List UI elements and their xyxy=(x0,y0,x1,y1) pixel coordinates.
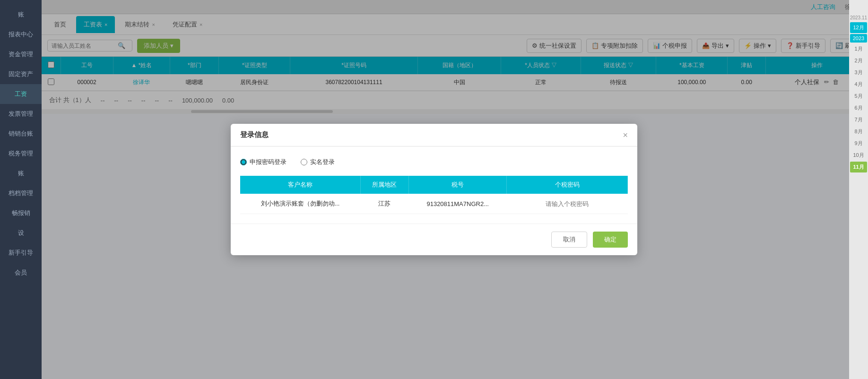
client-region: 江苏 xyxy=(360,194,409,214)
modal-col-region: 所属地区 xyxy=(360,176,409,194)
sidebar-item-settings[interactable]: 设 xyxy=(0,223,42,243)
calendar-month-jan[interactable]: 1月 xyxy=(850,43,867,54)
sidebar: 账 报表中心 资金管理 固定资产 工资 发票管理 销销台账 税务管理 账 档档管… xyxy=(0,0,42,379)
modal-table-row: 刘小艳演示账套（勿删勿动... 江苏 91320811MA7NGR2... xyxy=(240,194,628,214)
client-name: 刘小艳演示账套（勿删勿动... xyxy=(240,194,360,214)
calendar-month-oct[interactable]: 10月 xyxy=(850,150,867,161)
sidebar-item-member[interactable]: 会员 xyxy=(0,263,42,283)
sidebar-item-salary[interactable]: 工资 xyxy=(0,84,42,104)
sidebar-item-fund-management[interactable]: 资金管理 xyxy=(0,44,42,64)
modal-header: 登录信息 × xyxy=(231,124,637,146)
sidebar-item-sales-ledger[interactable]: 销销台账 xyxy=(0,124,42,144)
calendar-month-aug[interactable]: 8月 xyxy=(850,126,867,137)
client-password-field[interactable] xyxy=(507,194,628,214)
password-input[interactable] xyxy=(512,200,622,207)
calendar-month-nov[interactable]: 11月 xyxy=(850,162,867,172)
calendar-month-apr[interactable]: 4月 xyxy=(850,79,867,90)
login-modal: 登录信息 × 申报密码登录 实名登录 客户名称 所属地区 税号 个税密码 xyxy=(231,124,637,255)
modal-footer: 取消 确定 xyxy=(231,224,637,255)
confirm-button[interactable]: 确定 xyxy=(593,232,628,248)
calendar-year-indicator: 2023 xyxy=(850,34,867,43)
client-tax-no: 91320811MA7NGR2... xyxy=(409,194,507,214)
sidebar-item-guide[interactable]: 新手引导 xyxy=(0,243,42,263)
calendar-month-feb[interactable]: 2月 xyxy=(850,55,867,66)
sidebar-item-invoice[interactable]: 发票管理 xyxy=(0,104,42,124)
cancel-button[interactable]: 取消 xyxy=(551,232,587,248)
calendar-month-jul[interactable]: 7月 xyxy=(850,114,867,125)
right-calendar-panel: 2023.11 12月 2023 1月 2月 3月 4月 5月 6月 7月 8月… xyxy=(849,0,868,379)
modal-title: 登录信息 xyxy=(240,130,269,139)
sidebar-item-fixed-assets[interactable]: 固定资产 xyxy=(0,64,42,84)
calendar-month-jun[interactable]: 6月 xyxy=(850,103,867,113)
sidebar-item-accounts2[interactable]: 账 xyxy=(0,164,42,183)
calendar-month-may[interactable]: 5月 xyxy=(850,91,867,102)
sidebar-item-report-center[interactable]: 报表中心 xyxy=(0,25,42,44)
radio-realname-input[interactable] xyxy=(301,159,307,165)
calendar-year: 2023.11 xyxy=(850,14,867,21)
calendar-month-sep[interactable]: 9月 xyxy=(850,138,867,149)
close-modal-button[interactable]: × xyxy=(623,131,628,139)
modal-col-client: 客户名称 xyxy=(240,176,360,194)
radio-realname-login[interactable]: 实名登录 xyxy=(301,158,335,166)
calendar-month-mar[interactable]: 3月 xyxy=(850,67,867,78)
sidebar-item-tax[interactable]: 税务管理 xyxy=(0,144,42,164)
modal-col-tax-no: 税号 xyxy=(409,176,507,194)
modal-body: 申报密码登录 实名登录 客户名称 所属地区 税号 个税密码 刘小艳演示账套（勿删… xyxy=(231,146,637,224)
calendar-month-dec[interactable]: 12月 xyxy=(850,22,867,33)
client-table: 客户名称 所属地区 税号 个税密码 刘小艳演示账套（勿删勿动... 江苏 913… xyxy=(240,176,628,214)
sidebar-item-archive[interactable]: 档档管理 xyxy=(0,183,42,203)
sidebar-item-expense[interactable]: 畅报销 xyxy=(0,203,42,223)
radio-password-input[interactable] xyxy=(240,159,247,165)
radio-password-login[interactable]: 申报密码登录 xyxy=(240,158,286,166)
sidebar-item-accounts[interactable]: 账 xyxy=(0,5,42,25)
login-type-radio-group: 申报密码登录 实名登录 xyxy=(240,158,628,166)
modal-col-password: 个税密码 xyxy=(507,176,628,194)
